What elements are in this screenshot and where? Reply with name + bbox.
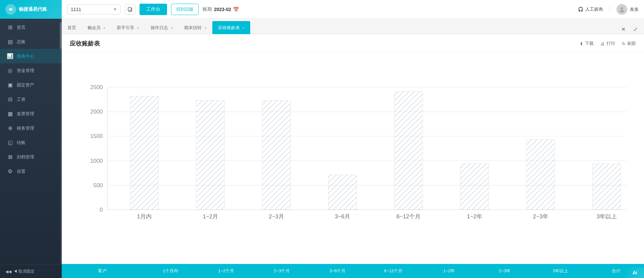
svg-text:1~2月: 1~2月: [203, 213, 218, 220]
tax-icon: ⊕: [7, 125, 13, 131]
tab-close-guide[interactable]: ×: [137, 26, 139, 30]
sidebar-label-ledger: 总账: [17, 39, 25, 45]
refresh-icon: ↻: [622, 41, 626, 46]
svg-text:0: 0: [100, 207, 103, 213]
cancel-fix-icon: ◀◀: [5, 269, 11, 274]
sidebar-label-archive: 归档管理: [17, 154, 34, 160]
expand-tab-button[interactable]: ⤢: [631, 24, 640, 34]
checkout-icon: ◱: [7, 139, 13, 146]
sidebar-item-home[interactable]: ⊞ 首页: [0, 20, 62, 34]
user-section[interactable]: 友友: [616, 4, 639, 15]
sidebar-nav: ⊞ 首页 ▤ 总账 📊 报表中心 ◎ 资金管理 ▣ 固定资产 ⊟ 工资 ▦ 发票…: [0, 19, 62, 265]
tab-oplog[interactable]: 操作日志×: [145, 21, 178, 34]
tabs-actions: ✕ ⤢: [614, 24, 644, 34]
sidebar-item-invoice[interactable]: ▦ 发票管理: [0, 107, 62, 121]
period-label: 账期: [203, 6, 212, 12]
tab-guide[interactable]: 新手引导×: [111, 21, 145, 34]
sidebar-logo: 畅捷通易代账: [0, 0, 62, 19]
header-divider: [609, 6, 610, 13]
table-col-4: 3~6个月: [310, 268, 365, 274]
logo-icon: [5, 4, 16, 15]
svg-text:2500: 2500: [90, 84, 103, 90]
sidebar-label-reports: 报表中心: [17, 53, 34, 59]
period-value: 2023-02: [214, 7, 231, 12]
header: 1111 ▼ 工作台 切到旧版 账期 2023-02 📅 🎧 人工咨询: [62, 0, 644, 19]
sidebar-item-settings[interactable]: ⚙ 设置: [0, 164, 62, 179]
table-col-2: 1~2个月: [198, 268, 254, 274]
refresh-button[interactable]: ↻ 刷新: [622, 41, 636, 47]
consult-button[interactable]: 🎧 人工咨询: [578, 6, 603, 12]
close-tab-button[interactable]: ✕: [619, 24, 628, 34]
svg-text:500: 500: [93, 182, 103, 189]
tabs-bar: 首页畅会员×新手引导×操作日志×期末结转×应收账龄表× ✕ ⤢: [62, 19, 644, 34]
print-button[interactable]: 🖨 打印: [600, 41, 615, 47]
svg-text:3年以上: 3年以上: [597, 213, 617, 220]
chart-area: 0 500 1000 1500 2000 2500 1月内 1~2月 2~3月: [62, 52, 644, 264]
sidebar-item-archive[interactable]: ⊠ 归档管理: [0, 150, 62, 164]
copy-button[interactable]: [125, 4, 136, 15]
reports-icon: 📊: [7, 53, 13, 59]
svg-text:1000: 1000: [90, 158, 103, 164]
tab-label-oplog: 操作日志: [151, 25, 168, 31]
sidebar-item-reports[interactable]: 📊 报表中心: [0, 49, 62, 63]
table-col-7: 2~3年: [477, 268, 533, 274]
tab-close-period_end[interactable]: ×: [204, 26, 206, 30]
archive-icon: ⊠: [7, 154, 13, 160]
tab-member[interactable]: 畅会员×: [82, 21, 111, 34]
calendar-icon[interactable]: 📅: [233, 7, 239, 12]
tab-close-ar_aging[interactable]: ×: [243, 26, 245, 30]
company-selector[interactable]: 1111 ▼: [67, 4, 121, 14]
company-name: 1111: [71, 7, 81, 12]
table-col-3: 2~3个月: [254, 268, 310, 274]
tab-ar_aging[interactable]: 应收账龄表×: [212, 21, 250, 34]
company-dropdown-arrow: ▼: [113, 7, 117, 12]
sidebar-label-salary: 工资: [17, 96, 25, 102]
sidebar-item-assets[interactable]: ▣ 固定资产: [0, 78, 62, 92]
page-content: 应收账龄表 ⬇ 下载 🖨 打印 ↻ 刷新: [62, 34, 644, 278]
sidebar-item-ledger[interactable]: ▤ 总账: [0, 34, 62, 49]
invoice-icon: ▦: [7, 111, 13, 117]
sidebar-label-funds: 资金管理: [17, 68, 34, 74]
ar-aging-chart: 0 500 1000 1500 2000 2500 1月内 1~2月 2~3月: [70, 57, 636, 259]
cancel-fix-button[interactable]: ◀◀ ◀ 取消固定: [0, 265, 62, 278]
print-icon: 🖨: [600, 41, 605, 46]
table-col-0: 客户: [62, 268, 143, 274]
tab-period_end[interactable]: 期末结转×: [178, 21, 212, 34]
salary-icon: ⊟: [7, 96, 13, 102]
main-area: 1111 ▼ 工作台 切到旧版 账期 2023-02 📅 🎧 人工咨询: [62, 0, 644, 278]
user-avatar: [616, 4, 627, 15]
svg-text:1月内: 1月内: [137, 213, 152, 220]
page-actions: ⬇ 下载 🖨 打印 ↻ 刷新: [580, 41, 636, 47]
sidebar-item-checkout[interactable]: ◱ 结账: [0, 135, 62, 150]
download-button[interactable]: ⬇ 下载: [580, 41, 594, 47]
table-col-6: 1~2年: [421, 268, 477, 274]
sidebar: 畅捷通易代账 ⊞ 首页 ▤ 总账 📊 报表中心 ◎ 资金管理 ▣ 固定资产 ⊟ …: [0, 0, 62, 278]
svg-rect-28: [461, 163, 489, 210]
tab-label-guide: 新手引导: [117, 25, 134, 31]
switch-version-button[interactable]: 切到旧版: [171, 4, 199, 15]
sidebar-item-tax[interactable]: ⊕ 税务管理: [0, 121, 62, 135]
svg-rect-22: [262, 100, 290, 210]
assets-icon: ▣: [7, 82, 13, 88]
svg-point-3: [620, 10, 624, 12]
tab-close-member[interactable]: ×: [103, 26, 105, 30]
svg-rect-26: [394, 91, 423, 210]
svg-text:1500: 1500: [90, 133, 103, 139]
svg-text:2000: 2000: [90, 109, 103, 115]
svg-text:2~3年: 2~3年: [533, 213, 548, 220]
ledger-icon: ▤: [7, 39, 13, 45]
table-col-8: 3年以上: [533, 268, 588, 274]
sidebar-item-funds[interactable]: ◎ 资金管理: [0, 63, 62, 78]
svg-rect-32: [593, 163, 621, 210]
headset-icon: 🎧: [578, 7, 583, 12]
workbench-button[interactable]: 工作台: [140, 4, 167, 15]
ai-badge[interactable]: Ai: [626, 267, 644, 278]
page-title: 应收账龄表: [70, 40, 100, 48]
consult-label: 人工咨询: [585, 6, 603, 12]
svg-text:6~12个月: 6~12个月: [396, 213, 421, 220]
download-icon: ⬇: [580, 41, 583, 46]
sidebar-item-salary[interactable]: ⊟ 工资: [0, 92, 62, 107]
tab-close-oplog[interactable]: ×: [171, 26, 173, 30]
cancel-fix-label: ◀ 取消固定: [13, 269, 35, 274]
tab-home[interactable]: 首页: [62, 21, 82, 34]
